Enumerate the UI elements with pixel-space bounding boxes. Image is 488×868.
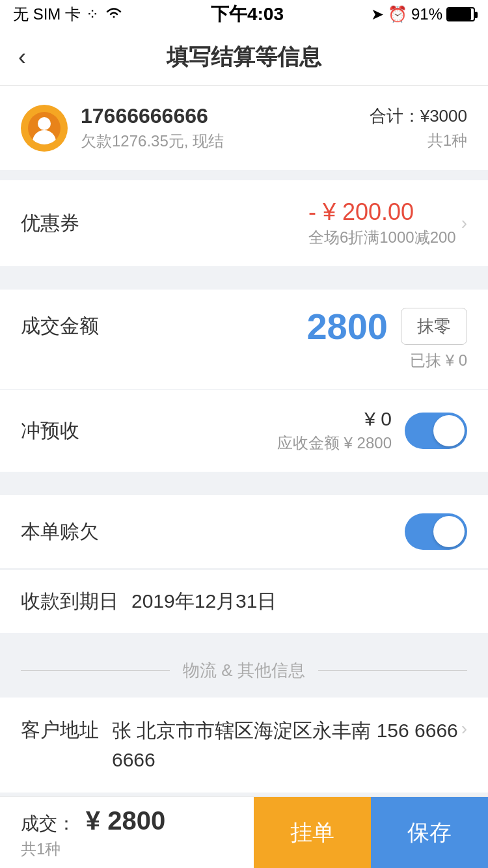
due-date-value: 2019年12月31日 xyxy=(131,588,277,615)
deal-amount-row: 成交金额 2800 抹零 xyxy=(21,308,467,345)
logistics-line-left xyxy=(21,670,170,671)
bottom-deal-label: 成交： xyxy=(21,813,75,834)
customer-info: 17666666666 欠款1276.35元, 现结 xyxy=(81,104,224,152)
total-count: 共1种 xyxy=(370,130,467,151)
logistics-line-right xyxy=(318,670,467,671)
status-bar-right: ➤ ⏰ 91% xyxy=(371,5,475,23)
coupon-right: - ¥ 200.00 全场6折满1000减200 › xyxy=(308,198,467,248)
deal-amount-label: 成交金额 xyxy=(21,313,99,340)
coupon-label: 优惠券 xyxy=(21,210,79,237)
advance-right: ¥ 0 应收金额 ¥ 2800 xyxy=(277,408,467,454)
save-button[interactable]: 保存 xyxy=(371,797,488,869)
advance-payment-row: 冲预收 ¥ 0 应收金额 ¥ 2800 xyxy=(0,389,488,472)
debt-label: 本单赊欠 xyxy=(21,519,99,545)
section-divider-1 xyxy=(0,277,488,290)
wifi-signal xyxy=(104,5,124,23)
address-row[interactable]: 客户地址 张 北京市市辖区海淀区永丰南 156 6666 6666 › xyxy=(0,698,488,793)
chevron-right-icon: › xyxy=(461,213,467,234)
deal-amount-value: 2800 xyxy=(306,308,388,345)
bottom-deal-row: 成交： ¥ 2800 xyxy=(21,806,233,836)
bottom-deal-amount: ¥ 2800 xyxy=(86,806,165,835)
status-bar-time: 下午4:03 xyxy=(211,2,284,27)
toggle-knob xyxy=(433,415,465,446)
due-date-row: 收款到期日 2019年12月31日 xyxy=(21,588,467,615)
advance-label: 冲预收 xyxy=(21,418,79,444)
address-value: 张 北京市市辖区海淀区永丰南 156 6666 6666 xyxy=(112,716,461,774)
debt-toggle[interactable] xyxy=(405,513,467,550)
address-chevron-icon: › xyxy=(461,718,467,739)
customer-total: 合计：¥3000 共1种 xyxy=(370,105,467,151)
deal-amount-right: 2800 抹零 xyxy=(306,308,467,345)
bottom-bar: 成交： ¥ 2800 共1种 挂单 保存 xyxy=(0,796,488,868)
bottom-summary: 成交： ¥ 2800 共1种 xyxy=(0,806,254,860)
logistics-text: 物流 & 其他信息 xyxy=(170,659,318,682)
coupon-description: 全场6折满1000减200 xyxy=(308,227,456,248)
advance-toggle[interactable] xyxy=(405,413,467,449)
bottom-count: 共1种 xyxy=(21,839,233,860)
coupon-row[interactable]: 优惠券 - ¥ 200.00 全场6折满1000减200 › xyxy=(0,180,488,266)
section-divider-2 xyxy=(0,472,488,485)
round-button[interactable]: 抹零 xyxy=(401,308,467,345)
advance-amount-block: ¥ 0 应收金额 ¥ 2800 xyxy=(277,408,392,454)
battery-text: 91% xyxy=(411,5,442,23)
due-date-section: 收款到期日 2019年12月31日 xyxy=(0,569,488,633)
status-bar-left: 无 SIM 卡 ⁘ xyxy=(13,4,124,25)
back-button[interactable]: ‹ xyxy=(18,44,26,71)
avatar xyxy=(21,105,68,152)
customer-phone: 17666666666 xyxy=(81,104,224,128)
customer-card: 17666666666 欠款1276.35元, 现结 合计：¥3000 共1种 xyxy=(0,86,488,170)
total-label: 合计：¥3000 xyxy=(370,105,467,128)
deal-sub-text: 已抹 ¥ 0 xyxy=(21,350,467,371)
deal-amount-section: 成交金额 2800 抹零 已抹 ¥ 0 xyxy=(0,290,488,389)
page-title: 填写结算等信息 xyxy=(167,42,321,72)
avatar-icon xyxy=(28,112,61,144)
pending-button[interactable]: 挂单 xyxy=(254,797,371,869)
advance-sub: 应收金额 ¥ 2800 xyxy=(277,433,392,454)
alarm-icon: ⏰ xyxy=(388,5,407,23)
debt-toggle-knob xyxy=(433,516,465,547)
coupon-info: - ¥ 200.00 全场6折满1000减200 xyxy=(308,198,456,248)
sim-text: 无 SIM 卡 xyxy=(13,4,81,25)
nav-bar: ‹ 填写结算等信息 xyxy=(0,29,488,86)
status-bar: 无 SIM 卡 ⁘ 下午4:03 ➤ ⏰ 91% xyxy=(0,0,488,29)
wifi-icon: ⁘ xyxy=(86,5,99,23)
address-label: 客户地址 xyxy=(21,717,99,744)
content: 17666666666 欠款1276.35元, 现结 合计：¥3000 共1种 … xyxy=(0,86,488,868)
customer-note: 欠款1276.35元, 现结 xyxy=(81,131,224,152)
location-icon: ➤ xyxy=(371,5,384,23)
coupon-discount: - ¥ 200.00 xyxy=(308,198,456,226)
advance-amount: ¥ 0 xyxy=(277,408,392,430)
logistics-divider: 物流 & 其他信息 xyxy=(0,644,488,698)
battery-icon xyxy=(446,7,475,21)
debt-section: 本单赊欠 xyxy=(0,495,488,568)
due-date-label: 收款到期日 xyxy=(21,588,118,615)
customer-left: 17666666666 欠款1276.35元, 现结 xyxy=(21,104,224,152)
